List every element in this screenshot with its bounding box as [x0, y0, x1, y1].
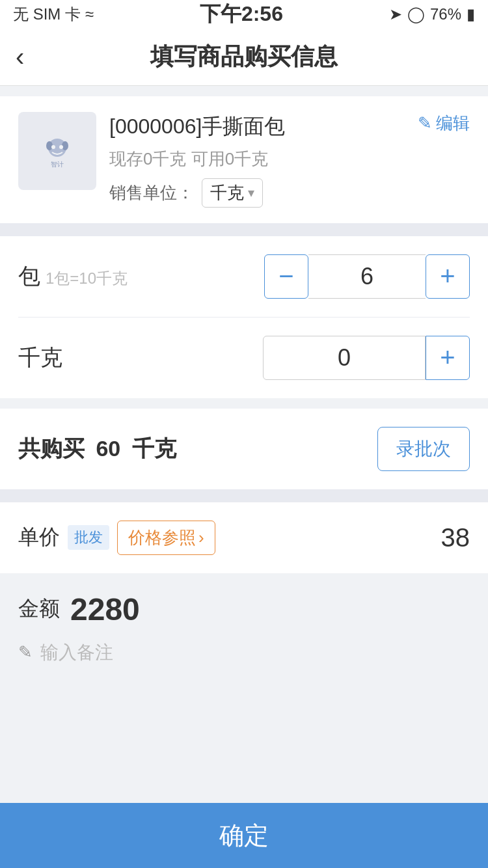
price-label: 单价 — [18, 523, 60, 552]
svg-point-1 — [46, 141, 53, 150]
kg-label: 千克 — [18, 343, 263, 373]
product-stock: 现存0千克 可用0千克 — [109, 148, 470, 170]
edit-button[interactable]: ✎ 编辑 — [418, 112, 470, 135]
section-divider-1 — [0, 223, 488, 236]
batch-tag: 批发 — [68, 525, 109, 550]
amount-label: 金额 — [18, 595, 60, 623]
amount-value: 2280 — [70, 591, 140, 627]
total-text: 共购买 60 千克 — [18, 434, 176, 464]
back-button[interactable]: ‹ — [16, 42, 24, 72]
svg-point-2 — [62, 141, 68, 150]
price-ref-button[interactable]: 价格参照 › — [117, 521, 215, 555]
input-section: 包1包=10千克 − + 千克 + — [0, 236, 488, 398]
product-logo-icon: 智计 — [38, 131, 77, 170]
bag-minus-button[interactable]: − — [264, 254, 308, 299]
nav-bar: ‹ 填写商品购买信息 — [0, 29, 488, 86]
page-title: 填写商品购买信息 — [150, 41, 338, 73]
amount-section: 金额 2280 ✎ 输入备注 — [0, 573, 488, 678]
bag-hint: 1包=10千克 — [46, 269, 128, 287]
alarm-icon: ◯ — [407, 5, 425, 23]
edit-icon: ✎ — [418, 113, 432, 133]
price-section: 单价 批发 价格参照 › 38 — [0, 502, 488, 573]
batch-record-button[interactable]: 录批次 — [377, 427, 470, 471]
price-ref-label: 价格参照 — [128, 526, 196, 549]
status-time: 下午2:56 — [200, 0, 283, 29]
price-label-group: 单价 批发 价格参照 › — [18, 521, 215, 555]
price-ref-chevron-icon: › — [198, 528, 204, 548]
product-image: 智计 — [18, 112, 96, 190]
kg-qty-input[interactable] — [263, 336, 426, 380]
status-right: ➤ ◯ 76% ▮ — [389, 5, 475, 23]
svg-point-3 — [51, 145, 55, 149]
note-icon: ✎ — [18, 642, 33, 662]
location-icon: ➤ — [389, 5, 402, 23]
status-left: 无 SIM 卡 ≈ — [13, 4, 94, 25]
bag-plus-button[interactable]: + — [426, 254, 470, 299]
amount-row: 金额 2280 — [18, 591, 470, 627]
bag-label: 包1包=10千克 — [18, 262, 264, 292]
empty-space — [0, 678, 488, 803]
product-info: [0000006]手撕面包 现存0千克 可用0千克 销售单位： 千克 ▾ — [109, 112, 470, 208]
product-card: 智计 [0000006]手撕面包 现存0千克 可用0千克 销售单位： 千克 ▾ … — [0, 96, 488, 223]
svg-point-4 — [59, 145, 63, 149]
status-bar: 无 SIM 卡 ≈ 下午2:56 ➤ ◯ 76% ▮ — [0, 0, 488, 29]
bag-input-row: 包1包=10千克 − + — [18, 236, 470, 318]
total-section: 共购买 60 千克 录批次 — [0, 409, 488, 489]
svg-text:智计: 智计 — [51, 161, 64, 168]
note-row[interactable]: ✎ 输入备注 — [18, 640, 470, 678]
section-divider-2 — [0, 489, 488, 502]
price-value: 38 — [441, 523, 470, 552]
bag-qty-control: − + — [264, 254, 470, 299]
product-unit-row: 销售单位： 千克 ▾ — [109, 178, 470, 208]
note-placeholder: 输入备注 — [40, 640, 113, 665]
kg-input-row: 千克 + — [18, 318, 470, 398]
battery-level: 76% — [430, 5, 461, 23]
bag-qty-input[interactable] — [308, 254, 426, 299]
unit-value: 千克 — [210, 182, 244, 204]
edit-label: 编辑 — [436, 112, 470, 135]
confirm-button[interactable]: 确定 — [0, 803, 488, 868]
unit-selector[interactable]: 千克 ▾ — [202, 178, 263, 208]
kg-plus-button[interactable]: + — [426, 336, 470, 380]
unit-chevron-icon: ▾ — [248, 185, 254, 200]
kg-qty-control: + — [263, 336, 470, 380]
battery-icon: ▮ — [467, 5, 475, 23]
product-name: [0000006]手撕面包 — [109, 112, 470, 141]
unit-label: 销售单位： — [109, 182, 194, 204]
